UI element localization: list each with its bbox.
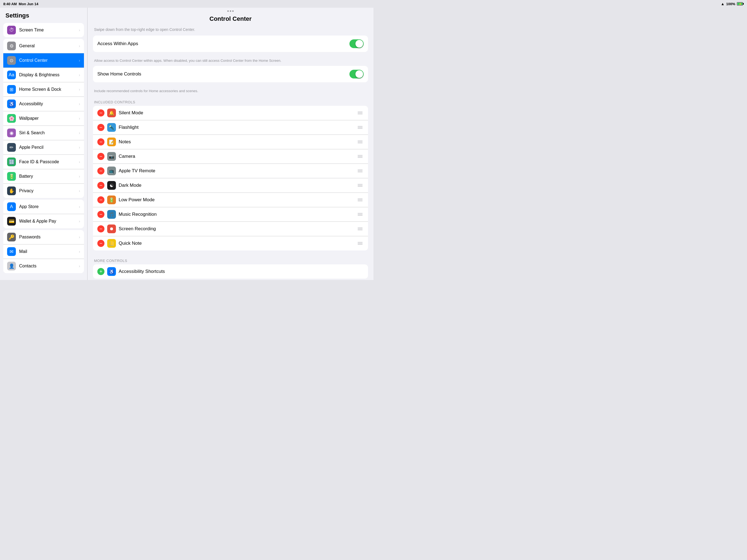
sidebar-item-siri-search[interactable]: ◉Siri & Search›	[3, 126, 84, 140]
chevron-right-icon: ›	[79, 235, 80, 239]
sidebar-icon-privacy: ✋	[7, 186, 16, 195]
sidebar-item-wallpaper[interactable]: 🌸Wallpaper›	[3, 111, 84, 126]
sidebar-item-label-privacy: Privacy	[19, 188, 33, 193]
drag-handle-low-power-mode[interactable]	[357, 198, 364, 202]
control-label-quick-note: Quick Note	[119, 240, 354, 246]
control-row-camera: 📷Camera	[93, 149, 368, 164]
sidebar-item-label-general: General	[19, 44, 35, 48]
show-home-controls-toggle[interactable]	[350, 70, 364, 78]
drag-handle-flashlight[interactable]	[357, 125, 364, 130]
sidebar-item-wallet-apple-pay[interactable]: 💳Wallet & Apple Pay›	[3, 214, 84, 228]
control-label-notes: Notes	[119, 139, 354, 145]
sidebar-item-label-home-screen-dock: Home Screen & Dock	[19, 87, 61, 92]
chevron-right-icon: ›	[79, 87, 80, 92]
control-label-screen-recording: Screen Recording	[119, 226, 354, 232]
sidebar-icon-face-id-passcode: 🔢	[7, 157, 16, 166]
chevron-right-icon: ›	[79, 219, 80, 223]
drag-handle-notes[interactable]	[357, 139, 364, 144]
control-row-apple-tv-remote: 📺Apple TV Remote	[93, 164, 368, 178]
page-title: Control Center	[93, 15, 368, 22]
control-row-dark-mode: ☯Dark Mode	[93, 178, 368, 193]
sidebar-item-passwords[interactable]: 🔑Passwords›	[3, 230, 84, 245]
control-row-quick-note: 📒Quick Note	[93, 236, 368, 251]
sidebar-content: ⏱Screen Time›⚙General›⊙Control Center›Aa…	[0, 21, 87, 275]
sidebar-item-screen-time[interactable]: ⏱Screen Time›	[3, 23, 84, 37]
remove-btn-music-recognition[interactable]	[97, 211, 104, 218]
sidebar-item-battery[interactable]: 🔋Battery›	[3, 169, 84, 184]
sidebar-item-label-face-id-passcode: Face ID & Passcode	[19, 159, 59, 164]
sidebar-group-accounts-group: 🔑Passwords›✉Mail›👤Contacts›	[3, 230, 84, 273]
sidebar-item-contacts[interactable]: 👤Contacts›	[3, 259, 84, 273]
sidebar-item-label-screen-time: Screen Time	[19, 28, 44, 32]
sidebar-icon-passwords: 🔑	[7, 233, 16, 241]
sidebar-item-label-passwords: Passwords	[19, 235, 41, 239]
sidebar-item-privacy[interactable]: ✋Privacy›	[3, 184, 84, 198]
control-icon-apple-tv-remote: 📺	[107, 167, 116, 175]
control-label-low-power-mode: Low Power Mode	[119, 197, 354, 203]
sidebar-item-label-siri-search: Siri & Search	[19, 130, 45, 135]
sidebar-item-general[interactable]: ⚙General›	[3, 39, 84, 53]
sidebar-item-control-center[interactable]: ⊙Control Center›	[3, 53, 84, 68]
sidebar-item-home-screen-dock[interactable]: ⊞Home Screen & Dock›	[3, 82, 84, 97]
content-area: Control Center Swipe down from the top-r…	[87, 8, 374, 280]
chevron-right-icon: ›	[79, 189, 80, 193]
remove-btn-quick-note[interactable]	[97, 240, 104, 247]
sidebar-icon-accessibility: ♿	[7, 100, 16, 108]
drag-handle-music-recognition[interactable]	[357, 212, 364, 217]
sidebar-item-app-store[interactable]: AApp Store›	[3, 200, 84, 214]
remove-btn-low-power-mode[interactable]	[97, 196, 104, 203]
chevron-right-icon: ›	[79, 131, 80, 135]
remove-btn-flashlight[interactable]	[97, 124, 104, 131]
drag-indicator	[228, 10, 234, 12]
sidebar-group-apps-group: AApp Store›💳Wallet & Apple Pay›	[3, 200, 84, 228]
chevron-right-icon: ›	[79, 58, 80, 62]
control-row-notes: 📝Notes	[93, 135, 368, 149]
toggle-knob-2	[356, 70, 363, 78]
sidebar-icon-display-brightness: Aa	[7, 71, 16, 79]
sidebar-item-label-wallpaper: Wallpaper	[19, 116, 38, 121]
sidebar-icon-contacts: 👤	[7, 262, 16, 271]
chevron-right-icon: ›	[79, 205, 80, 209]
included-controls-header: INCLUDED CONTROLS	[93, 96, 368, 106]
sidebar-item-apple-pencil[interactable]: ✏Apple Pencil›	[3, 140, 84, 155]
remove-btn-apple-tv-remote[interactable]	[97, 167, 104, 175]
remove-btn-notes[interactable]	[97, 138, 104, 146]
drag-handle-apple-tv-remote[interactable]	[357, 169, 364, 173]
remove-btn-dark-mode[interactable]	[97, 182, 104, 189]
remove-btn-camera[interactable]	[97, 153, 104, 160]
sidebar-item-display-brightness[interactable]: AaDisplay & Brightness›	[3, 68, 84, 82]
content-inner: Swipe down from the top-right edge to op…	[87, 25, 374, 280]
control-label-silent-mode: Silent Mode	[119, 110, 354, 116]
drag-handle-camera[interactable]	[357, 154, 364, 159]
drag-handle-silent-mode[interactable]	[357, 110, 364, 116]
control-row-silent-mode: 🔔Silent Mode	[93, 106, 368, 120]
access-within-apps-toggle[interactable]	[350, 40, 364, 48]
drag-handle-dark-mode[interactable]	[357, 183, 364, 188]
chevron-right-icon: ›	[79, 174, 80, 179]
add-btn-accessibility-shortcuts[interactable]	[97, 268, 104, 275]
sidebar-icon-mail: ✉	[7, 247, 16, 256]
sidebar-item-label-apple-pencil: Apple Pencil	[19, 145, 44, 150]
sidebar-item-face-id-passcode[interactable]: 🔢Face ID & Passcode›	[3, 155, 84, 169]
control-icon-notes: 📝	[107, 137, 116, 146]
remove-btn-screen-recording[interactable]	[97, 225, 104, 232]
sidebar-group-top-group: ⏱Screen Time›	[3, 23, 84, 37]
control-icon-quick-note: 📒	[107, 239, 116, 248]
show-home-controls-subtext: Include recommended controls for Home ac…	[93, 87, 368, 96]
sidebar: Settings ⏱Screen Time›⚙General›⊙Control …	[0, 8, 87, 280]
access-within-apps-card: Access Within Apps	[93, 35, 368, 52]
sidebar-item-mail[interactable]: ✉Mail›	[3, 245, 84, 259]
included-controls-list: 🔔Silent Mode🔦Flashlight📝Notes📷Camera📺App…	[93, 106, 368, 251]
chevron-right-icon: ›	[79, 102, 80, 106]
chevron-right-icon: ›	[79, 160, 80, 164]
chevron-right-icon: ›	[79, 116, 80, 121]
chevron-right-icon: ›	[79, 264, 80, 268]
drag-handle-quick-note[interactable]	[357, 241, 364, 246]
sidebar-item-accessibility[interactable]: ♿Accessibility›	[3, 97, 84, 111]
hint-text: Swipe down from the top-right edge to op…	[93, 25, 368, 35]
drag-handle-screen-recording[interactable]	[357, 226, 364, 231]
sidebar-item-label-contacts: Contacts	[19, 263, 36, 269]
remove-btn-silent-mode[interactable]	[97, 109, 104, 117]
more-controls-list: ♿Accessibility Shortcuts	[93, 264, 368, 279]
chevron-right-icon: ›	[79, 28, 80, 32]
